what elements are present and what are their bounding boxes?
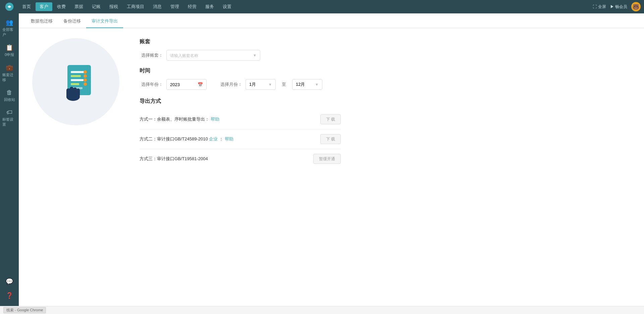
vip-btn[interactable]: ▶ 畅会员 [610,4,627,10]
account-select-label: 选择账套： [140,52,163,58]
month-end-value: 12月 [296,81,305,87]
month-end-select[interactable]: 12月 ▼ [292,79,322,90]
year-value: 2023 [170,82,180,87]
recycle-icon: 🗑 [6,89,12,96]
sidebar-item-recycle[interactable]: 🗑 回收站 [1,86,18,105]
svg-rect-5 [71,83,79,85]
nav-items: 首页 客户 收费 票据 记账 报税 工商项目 消息 管理 经营 服务 设置 [18,2,593,11]
svg-rect-13 [70,87,73,97]
time-row: 选择年份： 2023 📅 选择月份： 1月 ▼ 至 [140,79,341,90]
nav-invoice[interactable]: 票据 [70,2,87,11]
svg-point-9 [84,78,87,82]
customers-icon: 👥 [6,19,13,26]
export-method-2-prefix: 方式二：审计接口GB/T24589-2010 [140,136,208,141]
migration-icon: 💼 [6,64,13,71]
nav-customer[interactable]: 客户 [36,2,52,11]
form-area: 账套 选择账套： ▼ 时间 选择年份： [140,38,341,169]
main-container: 账套 选择账套： ▼ 时间 选择年份： [32,38,631,169]
tab-audit-export[interactable]: 审计文件导出 [86,15,123,28]
export-download-btn-1[interactable]: 下 载 [320,114,341,124]
tags-icon: 🏷 [6,109,12,116]
page-content: 账套 选择账套： ▼ 时间 选择年份： [19,28,644,306]
sidebar-label-declare: 0申报 [5,52,14,57]
account-section-title: 账套 [140,38,341,45]
sidebar: 👥 全部客户 📋 0申报 💼 账套迁移 🗑 回收站 🏷 标签设置 💬 ❓ [0,13,19,306]
nav-message[interactable]: 消息 [149,2,166,11]
svg-point-7 [84,70,87,74]
app-logo[interactable] [3,1,15,13]
svg-rect-15 [76,88,80,97]
status-bar-text: 线索 - Google Chrome [3,307,46,313]
declare-icon: 📋 [6,44,13,51]
sidebar-item-migration[interactable]: 💼 账套迁移 [1,61,18,85]
tab-bar: 数据包迁移 备份迁移 审计文件导出 [19,13,644,28]
content-area: 数据包迁移 备份迁移 审计文件导出 [19,13,644,306]
year-input[interactable]: 2023 📅 [166,79,207,90]
nav-tax[interactable]: 报税 [105,2,122,11]
sidebar-item-zero-declare[interactable]: 📋 0申报 [1,41,18,60]
export-method-1-help[interactable]: 帮助 [211,117,219,122]
nav-fee[interactable]: 收费 [53,2,70,11]
nav-manage[interactable]: 管理 [166,2,183,11]
export-desc-1: 方式一：余额表、序时账批量导出： 帮助 [140,116,219,122]
status-bar: 线索 - Google Chrome [0,306,644,314]
export-section: 导出方式 方式一：余额表、序时账批量导出： 帮助 下 载 方式二：审计接口GB/… [140,98,341,169]
sidebar-label-recycle: 回收站 [4,97,15,102]
time-section: 时间 选择年份： 2023 📅 选择月份： 1月 ▼ [140,67,341,90]
fullscreen-btn[interactable]: ⛶ 全屏 [593,4,606,10]
export-method-1-desc: 方式一：余额表、序时账批量导出： [140,117,209,122]
nav-business[interactable]: 工商项目 [123,2,148,11]
export-download-btn-2[interactable]: 下 载 [320,134,341,144]
main-layout: 👥 全部客户 📋 0申报 💼 账套迁移 🗑 回收站 🏷 标签设置 💬 ❓ [0,13,644,306]
export-method-2-help[interactable]: 帮助 [225,136,233,141]
nav-service[interactable]: 服务 [201,2,218,11]
illustration-circle [32,38,119,125]
export-row-1: 方式一：余额表、序时账批量导出： 帮助 下 载 [140,110,341,129]
export-special-btn[interactable]: 暂缓开通 [313,154,341,164]
top-navigation: 首页 客户 收费 票据 记账 报税 工商项目 消息 管理 经营 服务 设置 ⛶ … [0,0,644,13]
tab-backup-migration[interactable]: 备份迁移 [58,15,86,28]
account-input[interactable] [170,53,253,58]
to-text: 至 [282,81,286,87]
nav-bookkeeping[interactable]: 记账 [88,2,105,11]
sidebar-item-tags[interactable]: 🏷 标签设置 [1,106,18,130]
svg-rect-2 [71,71,84,73]
year-label: 选择年份： [140,81,163,87]
tab-data-migration[interactable]: 数据包迁移 [25,15,58,28]
export-method-2-sep: ： [219,136,223,141]
illustration-area [32,38,119,125]
sidebar-item-all-customers[interactable]: 👥 全部客户 [1,16,18,40]
help-icon: ❓ [6,292,13,299]
sidebar-label-customers: 全部客户 [2,27,16,37]
time-section-title: 时间 [140,67,341,74]
account-select[interactable]: ▼ [166,50,260,61]
month-start-value: 1月 [249,81,256,87]
export-desc-2: 方式二：审计接口GB/T24589-2010 企业 ： 帮助 [140,136,233,142]
chat-icon: 💬 [6,278,13,285]
sidebar-item-help[interactable]: ❓ [1,289,18,302]
nav-settings[interactable]: 设置 [219,2,235,11]
export-row-3: 方式三：审计接口GB/T19581-2004 暂缓开通 [140,149,341,169]
calendar-icon: 📅 [198,82,203,87]
sidebar-item-chat[interactable]: 💬 [1,275,18,288]
export-method-3-desc: 方式三：审计接口GB/T19581-2004 [140,156,208,161]
audit-illustration [49,55,103,109]
month-end-arrow: ▼ [315,82,319,86]
user-avatar[interactable]: 🐻 [631,2,641,11]
export-desc-3: 方式三：审计接口GB/T19581-2004 [140,156,208,162]
month-start-arrow: ▼ [268,82,272,86]
nav-right: ⛶ 全屏 ▶ 畅会员 🐻 [593,2,641,11]
export-row-2: 方式二：审计接口GB/T24589-2010 企业 ： 帮助 下 载 [140,129,341,149]
month-start-select[interactable]: 1月 ▼ [246,79,276,90]
svg-point-8 [84,74,87,78]
account-select-arrow: ▼ [253,53,257,57]
month-start-label: 选择月份： [215,81,242,87]
svg-rect-4 [71,79,84,81]
sidebar-bottom: 💬 ❓ [1,275,18,306]
sidebar-label-migration: 账套迁移 [2,72,16,82]
nav-operation[interactable]: 经营 [184,2,201,11]
nav-home[interactable]: 首页 [18,2,35,11]
export-method-2-company[interactable]: 企业 [209,136,218,141]
export-section-title: 导出方式 [140,98,341,105]
svg-rect-3 [71,75,81,77]
